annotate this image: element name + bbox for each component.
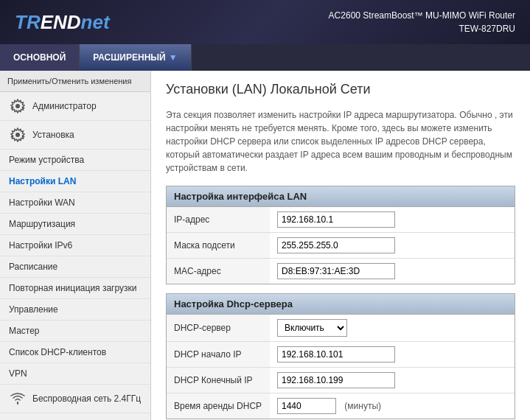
dhcp-start-label: DHCP начало IP <box>167 342 270 368</box>
main-layout: Применить/Отменить изменения Администрат… <box>0 71 530 420</box>
svg-point-0 <box>15 104 20 108</box>
subnet-label: Маска подсети <box>167 233 270 259</box>
table-row: Время аренды DHCP (минуты) <box>167 393 515 419</box>
ip-address-input[interactable] <box>277 211 395 228</box>
subnet-mask-input[interactable] <box>277 237 395 253</box>
sidebar-item-ipv6[interactable]: Настройки IPv6 <box>0 235 150 256</box>
sidebar-item-routing[interactable]: Маршрутизация <box>0 214 150 235</box>
dhcp-server-label: DHCP-сервер <box>167 315 270 342</box>
dhcp-lease-suffix: (минуты) <box>344 401 381 411</box>
dhcp-start-ip-input[interactable] <box>277 346 395 363</box>
dhcp-section: Настройка Dhcp-сервера DHCP-сервер Включ… <box>166 293 515 419</box>
lan-interface-section: Настройка интерфейса LAN IP-адрес Маска … <box>166 186 515 284</box>
product-line1: AC2600 StreamBoost™ MU-MIMO WiFi Router <box>329 9 515 22</box>
product-info: AC2600 StreamBoost™ MU-MIMO WiFi Router … <box>329 9 515 35</box>
sidebar-item-wizard[interactable]: Мастер <box>0 321 150 342</box>
dhcp-lease-label: Время аренды DHCP <box>167 393 270 419</box>
sidebar-item-wan-settings[interactable]: Настройки WAN <box>0 192 150 214</box>
sidebar-item-lan-settings[interactable]: Настройки LAN <box>0 171 150 192</box>
dhcp-form-table: DHCP-сервер Включить Выключить DHCP нача… <box>167 315 515 419</box>
table-row: DHCP Конечный IP <box>167 368 515 393</box>
sidebar-item-management[interactable]: Управление <box>0 299 150 321</box>
sidebar-label-wireless-24: Беспроводная сеть 2.4ГГц <box>32 393 141 404</box>
sidebar-item-schedule[interactable]: Расписание <box>0 256 150 278</box>
sidebar-label-setup: Установка <box>32 130 74 140</box>
product-line2: TEW-827DRU <box>329 22 515 35</box>
tab-basic[interactable]: ОСНОВНОЙ <box>0 44 80 71</box>
table-row: DHCP начало IP <box>167 342 515 368</box>
sidebar-label-admin: Администратор <box>32 101 97 111</box>
sidebar-apply-section: Применить/Отменить изменения <box>0 71 150 92</box>
wrench-icon <box>7 126 28 144</box>
mac-address-input[interactable] <box>277 263 395 279</box>
sidebar-item-device-mode[interactable]: Режим устройства <box>0 150 150 171</box>
gear-icon <box>7 97 28 115</box>
logo: TRENDnet <box>15 11 110 34</box>
wifi-icon <box>7 390 28 407</box>
sidebar-item-admin[interactable]: Администратор <box>0 92 150 121</box>
table-row: DHCP-сервер Включить Выключить <box>167 315 515 342</box>
sidebar-item-wireless-24[interactable]: Беспроводная сеть 2.4ГГц <box>0 385 150 413</box>
dhcp-end-ip-input[interactable] <box>277 372 395 388</box>
table-row: MAC-адрес <box>167 259 515 284</box>
nav-tabs: ОСНОВНОЙ РАСШИРЕННЫЙ ▼ <box>0 44 530 71</box>
mac-label: MAC-адрес <box>167 259 270 284</box>
dhcp-lease-input[interactable] <box>277 398 336 414</box>
sidebar-item-dhcp-clients[interactable]: Список DHCP-клиентов <box>0 342 150 363</box>
svg-point-1 <box>15 133 20 137</box>
page-description: Эта секция позволяет изменить настройки … <box>166 108 515 175</box>
table-row: IP-адрес <box>167 207 515 233</box>
tab-advanced[interactable]: РАСШИРЕННЫЙ ▼ <box>80 44 191 71</box>
table-row: Маска подсети <box>167 233 515 259</box>
dhcp-end-label: DHCP Конечный IP <box>167 368 270 393</box>
content-area: Установки (LAN) Локальной Сети Эта секци… <box>151 71 530 420</box>
dhcp-server-select[interactable]: Включить Выключить <box>277 319 347 337</box>
page-title: Установки (LAN) Локальной Сети <box>166 82 515 101</box>
triangle-icon: ▼ <box>169 52 178 63</box>
sidebar-item-vpn[interactable]: VPN <box>0 363 150 385</box>
header: TRENDnet AC2600 StreamBoost™ MU-MIMO WiF… <box>0 0 530 44</box>
sidebar-item-reboot[interactable]: Повторная инициация загрузки <box>0 278 150 299</box>
sidebar: Применить/Отменить изменения Администрат… <box>0 71 151 420</box>
lan-form-table: IP-адрес Маска подсети MAC-адрес <box>167 207 515 284</box>
dhcp-section-header: Настройка Dhcp-сервера <box>167 294 515 315</box>
lan-section-header: Настройка интерфейса LAN <box>167 186 515 207</box>
ip-label: IP-адрес <box>167 207 270 233</box>
sidebar-item-setup[interactable]: Установка <box>0 121 150 150</box>
